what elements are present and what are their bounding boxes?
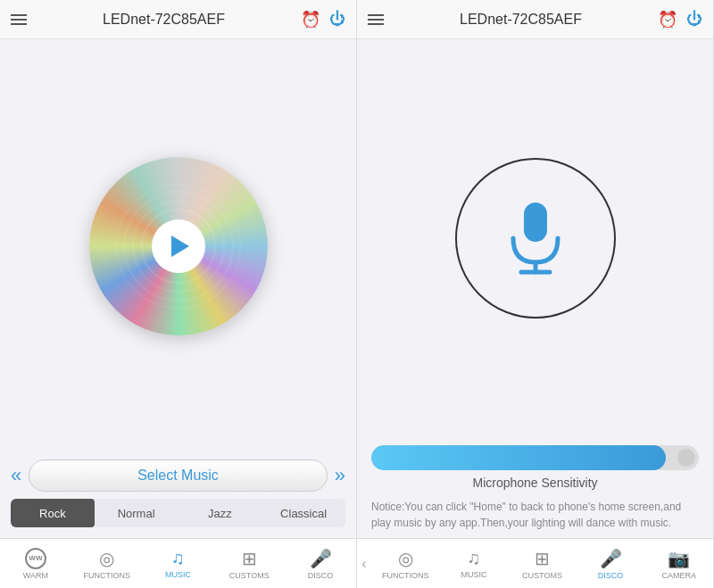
next-arrow-btn[interactable]: » — [335, 464, 345, 487]
nav2-functions-label: FUNCTIONS — [382, 571, 429, 580]
microphone-icon — [500, 198, 571, 278]
right-header: LEDnet-72C85AEF ⏰ ⏻ — [357, 0, 713, 39]
right-header-title: LEDnet-72C85AEF — [384, 12, 658, 28]
left-menu-btn[interactable] — [11, 14, 27, 25]
mic-area — [357, 39, 713, 436]
nav2-customs[interactable]: ⊞ CUSTOMS — [508, 548, 577, 580]
slider-track[interactable] — [371, 445, 699, 470]
mic-circle[interactable] — [455, 158, 616, 319]
nav2-customs-label: CUSTOMS — [522, 571, 562, 580]
left-header: LEDnet-72C85AEF ⏰ ⏻ — [0, 0, 356, 39]
right-header-actions: ⏰ ⏻ — [658, 10, 702, 29]
mic-bottom-controls: Microphone Sensitivity Notice:You can cl… — [357, 436, 713, 538]
hamburger-icon[interactable] — [11, 14, 27, 25]
genre-tab-normal[interactable]: Normal — [95, 499, 178, 527]
left-header-title: LEDnet-72C85AEF — [27, 12, 301, 28]
nav-disco-label: DISCO — [308, 571, 334, 580]
cd-area — [0, 39, 356, 452]
nav-warm-label: WARM — [23, 571, 48, 580]
functions-icon: ◎ — [99, 548, 114, 569]
notice-text: Notice:You can click "Home" to back to p… — [371, 499, 699, 538]
left-bottom-nav: WW WARM ◎ FUNCTIONS ♫ MUSIC ⊞ CUSTOMS 🎤 … — [0, 538, 356, 588]
genre-tab-classical[interactable]: Classical — [262, 499, 345, 527]
right-alarm-icon[interactable]: ⏰ — [658, 10, 677, 29]
nav2-functions[interactable]: ◎ FUNCTIONS — [371, 548, 440, 580]
nav-customs-label: CUSTOMS — [229, 571, 270, 580]
nav2-music[interactable]: ♫ MUSIC — [440, 548, 509, 579]
disco-icon: 🎤 — [310, 548, 332, 569]
left-panel: LEDnet-72C85AEF ⏰ ⏻ « Select Music » Roc… — [0, 0, 357, 588]
select-music-label: Select Music — [137, 468, 219, 484]
sensitivity-label: Microphone Sensitivity — [371, 476, 699, 490]
right-panel: LEDnet-72C85AEF ⏰ ⏻ — [357, 0, 714, 588]
nav-functions-label: FUNCTIONS — [83, 571, 130, 580]
nav-customs[interactable]: ⊞ CUSTOMS — [213, 548, 285, 580]
music-icon: ♫ — [171, 548, 185, 568]
power-icon[interactable]: ⏻ — [329, 10, 345, 29]
warm-icon: WW — [25, 548, 46, 569]
nav2-disco-label: DISCO — [598, 571, 624, 580]
right-menu-btn[interactable] — [368, 14, 384, 25]
genre-tab-rock[interactable]: Rock — [11, 499, 95, 527]
slider-fill — [371, 445, 666, 470]
nav2-functions-icon: ◎ — [398, 548, 413, 569]
nav-warm[interactable]: WW WARM — [0, 548, 71, 580]
right-bottom-nav: ‹ ◎ FUNCTIONS ♫ MUSIC ⊞ CUSTOMS 🎤 DISCO … — [357, 538, 713, 588]
right-hamburger-icon[interactable] — [368, 14, 384, 25]
nav2-customs-icon: ⊞ — [535, 548, 550, 569]
right-power-icon[interactable]: ⏻ — [686, 10, 702, 29]
sensitivity-slider-wrap: Microphone Sensitivity — [371, 445, 699, 490]
nav2-camera-icon: 📷 — [668, 548, 690, 569]
cd-disc[interactable] — [89, 157, 268, 335]
play-button[interactable] — [156, 224, 201, 269]
nav-back-arrow[interactable]: ‹ — [357, 556, 371, 572]
genre-tabs: Rock Normal Jazz Classical — [11, 499, 345, 527]
customs-icon: ⊞ — [242, 548, 257, 569]
nav2-disco[interactable]: 🎤 DISCO — [577, 548, 645, 580]
alarm-icon[interactable]: ⏰ — [301, 10, 320, 29]
nav2-music-label: MUSIC — [461, 570, 486, 579]
prev-arrow-btn[interactable]: « — [11, 464, 21, 487]
slider-thumb[interactable] — [677, 449, 695, 467]
select-music-button[interactable]: Select Music — [29, 460, 328, 492]
play-triangle-icon — [171, 236, 189, 257]
nav-music[interactable]: ♫ MUSIC — [143, 548, 214, 579]
nav-functions[interactable]: ◎ FUNCTIONS — [71, 548, 143, 580]
select-music-row: « Select Music » — [11, 460, 345, 492]
nav2-camera[interactable]: 📷 CAMERA — [644, 548, 713, 580]
svg-rect-0 — [524, 203, 547, 242]
nav-music-label: MUSIC — [165, 570, 191, 579]
nav2-camera-label: CAMERA — [661, 571, 696, 580]
left-header-actions: ⏰ ⏻ — [301, 10, 345, 29]
nav-disco[interactable]: 🎤 DISCO — [285, 548, 356, 580]
genre-tab-jazz[interactable]: Jazz — [178, 499, 262, 527]
nav2-music-icon: ♫ — [467, 548, 480, 568]
music-controls: « Select Music » Rock Normal Jazz Classi… — [0, 452, 356, 538]
nav2-disco-icon: 🎤 — [600, 548, 622, 569]
